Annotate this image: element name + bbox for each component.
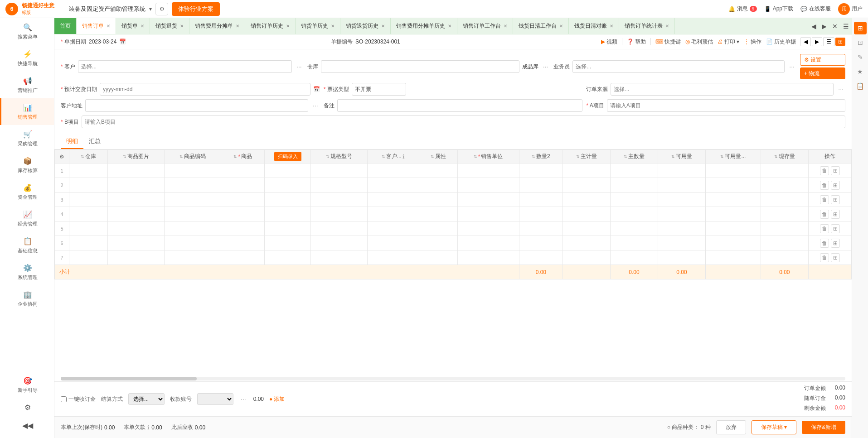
right-icon-clip[interactable]: 📋: [854, 80, 867, 92]
row-1-main-qty[interactable]: [610, 164, 658, 178]
scan-btn[interactable]: 扫码录入: [274, 152, 301, 161]
row-2-available[interactable]: [658, 178, 706, 193]
table-view-btn[interactable]: ⊞: [835, 38, 845, 46]
account-no-select[interactable]: [197, 393, 233, 405]
online-service-item[interactable]: 💬 在线客服: [800, 5, 831, 13]
tab-close-sales-order[interactable]: ✕: [107, 24, 110, 29]
sidebar-item-enterprise[interactable]: 🏢 企业协同: [0, 285, 54, 312]
col-attribute[interactable]: ⇅ 属性: [419, 150, 457, 164]
sidebar-item-basic[interactable]: 📋 基础信息: [0, 232, 54, 259]
tab-close-ledger-daily[interactable]: ✕: [559, 24, 563, 29]
system-settings-btn[interactable]: ⚙: [155, 3, 168, 15]
delivery-cal-icon[interactable]: 📅: [313, 86, 320, 92]
toolbar-ops[interactable]: ⋮ 操作: [744, 38, 761, 46]
col-available[interactable]: ⇅ 可用量: [658, 150, 706, 164]
list-view-btn[interactable]: ☰: [823, 37, 834, 46]
customer-input[interactable]: [78, 60, 292, 73]
tab-close-all-btn[interactable]: ✕: [829, 23, 840, 30]
right-icon-grid[interactable]: ⊞: [854, 22, 867, 34]
add-material-btn[interactable]: + 物流: [800, 67, 845, 79]
tab-ledger-daily[interactable]: 钱货日清工作台 ✕: [513, 18, 569, 34]
tab-close-sales-fee[interactable]: ✕: [236, 24, 239, 29]
col-product-img[interactable]: ⇅ 商品图片: [108, 150, 165, 164]
sidebar-settings-btn[interactable]: ⚙: [0, 398, 54, 416]
sidebar-collapse-btn[interactable]: ◀◀: [0, 416, 54, 434]
nav-next-btn[interactable]: ▶: [812, 37, 822, 46]
row-1-stock[interactable]: [761, 164, 808, 178]
right-icon-edit[interactable]: ✎: [854, 51, 867, 63]
row-2-product-code[interactable]: [165, 178, 221, 193]
row-2-qty2[interactable]: [519, 178, 563, 193]
tab-sales-stat[interactable]: 销售订单统计表 ✕: [619, 18, 675, 34]
discard-btn[interactable]: 放弃: [716, 420, 746, 434]
col-main-unit[interactable]: ⇅ 主计量: [563, 150, 610, 164]
row-1-spec[interactable]: [311, 164, 368, 178]
tab-next-btn[interactable]: ▶: [819, 23, 829, 30]
row-2-warehouse[interactable]: [69, 178, 108, 193]
tab-home[interactable]: 首页: [54, 18, 77, 34]
row-1-copy-btn[interactable]: ⊞: [831, 166, 840, 175]
row-1-product-code[interactable]: [165, 164, 221, 178]
tab-detail[interactable]: 明细: [61, 135, 83, 149]
row-2-product-img[interactable]: [108, 178, 165, 193]
address-input[interactable]: [85, 99, 308, 112]
col-unit[interactable]: ⇅ *销售单位: [457, 150, 519, 164]
row-1-available[interactable]: [658, 164, 706, 178]
row-1-delete-btn[interactable]: 🗑: [820, 166, 829, 175]
horizontal-scrollbar[interactable]: [61, 377, 845, 380]
tab-prev-btn[interactable]: ◀: [809, 23, 819, 30]
row-2-delete-btn[interactable]: 🗑: [820, 181, 829, 190]
a-project-input[interactable]: [607, 99, 845, 112]
right-icon-collapse[interactable]: ⊡: [854, 36, 867, 49]
row-6-delete-btn[interactable]: 🗑: [820, 239, 829, 248]
tab-sales-fee[interactable]: 销售费用分摊单 ✕: [189, 18, 245, 34]
account-dots-btn[interactable]: ···: [239, 395, 248, 403]
tab-close-fee-history[interactable]: ✕: [448, 24, 451, 29]
row-6-copy-btn[interactable]: ⊞: [831, 239, 840, 248]
row-1-attribute[interactable]: [419, 164, 457, 178]
sidebar-item-system[interactable]: ⚙️ 系统管理: [0, 259, 54, 285]
tab-close-sales-stat[interactable]: ✕: [665, 24, 669, 29]
save-new-btn[interactable]: 保存&新增: [802, 421, 845, 434]
row-1-unit[interactable]: [457, 164, 519, 178]
col-stock[interactable]: ⇅ 现存量: [761, 150, 808, 164]
calendar-icon[interactable]: 📅: [119, 39, 126, 45]
row-4-copy-btn[interactable]: ⊞: [831, 210, 840, 219]
toolbar-shortcut[interactable]: ⌨ 快捷键: [655, 38, 681, 46]
row-1-customer-code[interactable]: [368, 164, 419, 178]
remark-input[interactable]: [337, 99, 583, 112]
toolbar-view[interactable]: ▶ 视频: [601, 38, 617, 46]
tab-close-sales-refund[interactable]: ✕: [180, 24, 184, 29]
row-3-copy-btn[interactable]: ⊞: [831, 195, 840, 204]
table-container[interactable]: ⚙ ⇅ 仓库 ⇅ 商品图片: [54, 149, 852, 376]
col-available2[interactable]: ⇅ 可用量...: [706, 150, 761, 164]
sidebar-item-quick-nav[interactable]: ⚡ 快捷导航: [0, 45, 54, 72]
tab-sales-return[interactable]: 销货单 ✕: [116, 18, 150, 34]
row-1-product[interactable]: [221, 164, 265, 178]
col-settings[interactable]: ⚙: [55, 150, 69, 164]
user-item[interactable]: 用 用户: [838, 3, 863, 15]
order-source-dots-btn[interactable]: ···: [836, 86, 845, 93]
tab-close-return-history[interactable]: ✕: [331, 24, 335, 29]
toolbar-print[interactable]: 🖨 打印 ▾: [718, 38, 739, 46]
col-product-code[interactable]: ⇅ 商品编码: [165, 150, 221, 164]
tab-sales-refund[interactable]: 销货退货 ✕: [150, 18, 189, 34]
row-1-warehouse[interactable]: [69, 164, 108, 178]
right-icon-star[interactable]: ★: [854, 65, 867, 78]
b-project-input[interactable]: [82, 116, 845, 128]
nav-prev-btn[interactable]: ◀: [800, 37, 811, 46]
tab-close-refund-history[interactable]: ✕: [381, 24, 385, 29]
app-download-item[interactable]: 📱 App下载: [764, 5, 793, 13]
col-qty2[interactable]: ⇅ 数量2: [519, 150, 563, 164]
row-2-attribute[interactable]: [419, 178, 457, 193]
row-4-delete-btn[interactable]: 🗑: [820, 210, 829, 219]
tab-sales-fee-history[interactable]: 销售费用分摊单历史 ✕: [391, 18, 457, 34]
row-1-main-unit[interactable]: [563, 164, 610, 178]
auto-settle-checkbox-label[interactable]: 一键收订金: [61, 395, 96, 403]
tab-close-order-history[interactable]: ✕: [286, 24, 290, 29]
sidebar-item-sales[interactable]: 📊 销售管理: [0, 98, 54, 125]
sidebar-item-operations[interactable]: 📈 经营管理: [0, 205, 54, 232]
sidebar-item-finance[interactable]: 💰 资金管理: [0, 178, 54, 205]
col-scan[interactable]: 扫码录入: [265, 150, 311, 164]
settle-method-select[interactable]: 选择...: [128, 393, 165, 405]
